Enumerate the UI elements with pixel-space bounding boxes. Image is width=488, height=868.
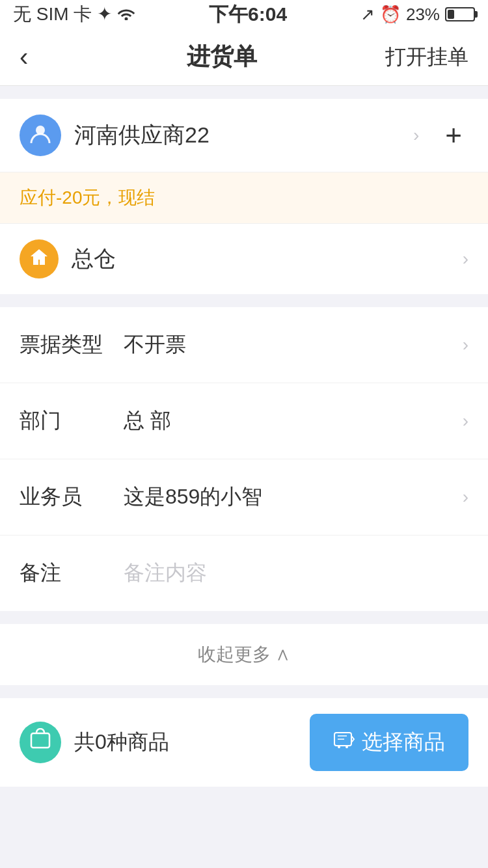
invoice-type-label: 票据类型 xyxy=(20,331,124,359)
bottom-bar: 共0种商品 选择商品 xyxy=(0,698,488,787)
salesperson-chevron-icon: › xyxy=(463,487,468,508)
status-time: 下午6:04 xyxy=(209,1,287,28)
section-divider-1 xyxy=(0,86,488,99)
form-section: 票据类型 不开票 › 部门 总 部 › 业务员 这是859的小智 › 备注 备注… xyxy=(0,307,488,611)
back-button[interactable]: ‹ xyxy=(20,42,59,72)
warehouse-icon xyxy=(20,239,59,278)
avatar-icon xyxy=(28,120,53,151)
collapse-bar[interactable]: 收起更多 ∧ xyxy=(0,624,488,685)
salesperson-value: 这是859的小智 xyxy=(124,483,463,511)
status-bar: 无 SIM 卡 ✦ 下午6:04 ↗ ⏰ 23% xyxy=(0,0,488,29)
cart-small-icon xyxy=(29,728,52,757)
nav-bar: ‹ 进货单 打开挂单 xyxy=(0,29,488,86)
remark-value: 备注内容 xyxy=(124,559,468,588)
supplier-section: 河南供应商22 › + 应付-20元，现结 总仓 › xyxy=(0,99,488,294)
battery-percent: 23% xyxy=(406,5,440,25)
svg-rect-1 xyxy=(31,733,49,748)
page-title: 进货单 xyxy=(187,41,257,73)
alarm-icon: ⏰ xyxy=(380,5,401,25)
supplier-chevron-icon: › xyxy=(413,125,419,146)
department-label: 部门 xyxy=(20,407,124,435)
notice-bar: 应付-20元，现结 xyxy=(0,172,488,223)
select-product-label: 选择商品 xyxy=(362,728,445,757)
salesperson-label: 业务员 xyxy=(20,483,124,511)
remark-row[interactable]: 备注 备注内容 xyxy=(0,536,488,611)
house-icon xyxy=(29,247,49,272)
select-cart-icon xyxy=(333,731,355,755)
svg-point-4 xyxy=(346,746,348,748)
collapse-label: 收起更多 ∧ xyxy=(198,644,291,664)
page-content: 河南供应商22 › + 应付-20元，现结 总仓 › 票据类型 不开票 xyxy=(0,86,488,868)
add-supplier-button[interactable]: + xyxy=(439,119,468,152)
supplier-row[interactable]: 河南供应商22 › + xyxy=(0,99,488,172)
svg-point-3 xyxy=(338,746,340,748)
location-icon: ↗ xyxy=(360,5,375,25)
select-product-button[interactable]: 选择商品 xyxy=(310,714,468,771)
open-pending-button[interactable]: 打开挂单 xyxy=(385,43,468,72)
product-count-text: 共0种商品 xyxy=(74,728,310,757)
status-right: ↗ ⏰ 23% xyxy=(360,5,475,25)
salesperson-row[interactable]: 业务员 这是859的小智 › xyxy=(0,459,488,536)
product-icon xyxy=(20,722,61,763)
warehouse-name: 总仓 xyxy=(72,244,463,274)
status-left: 无 SIM 卡 ✦ xyxy=(13,2,135,27)
signal-text: 无 SIM 卡 ✦ xyxy=(13,2,112,27)
invoice-type-value: 不开票 xyxy=(124,331,463,359)
department-value: 总 部 xyxy=(124,407,463,435)
remark-label: 备注 xyxy=(20,559,124,588)
department-row[interactable]: 部门 总 部 › xyxy=(0,383,488,459)
department-chevron-icon: › xyxy=(463,411,468,431)
warehouse-row[interactable]: 总仓 › xyxy=(0,223,488,294)
notice-text: 应付-20元，现结 xyxy=(20,187,155,208)
supplier-name: 河南供应商22 xyxy=(74,120,413,150)
invoice-type-chevron-icon: › xyxy=(463,334,468,355)
warehouse-chevron-icon: › xyxy=(463,249,468,269)
invoice-type-row[interactable]: 票据类型 不开票 › xyxy=(0,307,488,383)
battery-icon xyxy=(445,7,475,21)
wifi-icon xyxy=(117,4,135,25)
supplier-avatar xyxy=(20,115,61,156)
